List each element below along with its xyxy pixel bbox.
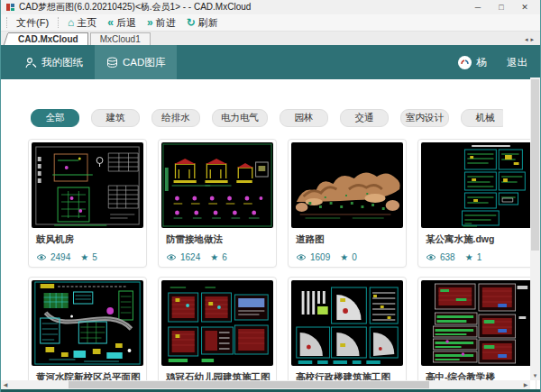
views-eye-icon [166, 253, 177, 261]
maximize-button[interactable]: □ [490, 0, 513, 14]
star-icon: ★ [340, 252, 348, 262]
star-icon: ★ [465, 252, 473, 262]
drawing-card[interactable]: 鸡冠石幼儿园建筑施工图 1219 ★ 1 [158, 277, 277, 392]
thumbnail-road-map [291, 142, 403, 228]
category-mechanical[interactable]: 机械 [461, 109, 503, 127]
my-drawings-button[interactable]: 我的图纸 [14, 45, 95, 79]
drawing-grid: 鼓风机房 2494 ★ 5 [1, 139, 540, 392]
library-content: 全部 建筑 给排水 电力电气 园林 交通 室内设计 机械 服装 市政 [1, 109, 540, 392]
scroll-right-arrow[interactable]: ▶ [521, 380, 530, 389]
drawing-stats: 1609 ★ 0 [291, 246, 403, 262]
file-menu[interactable]: 文件(F) [11, 16, 54, 30]
thumbnail-school-building [421, 280, 533, 366]
stars-count: 0 [352, 252, 357, 262]
thumbnail-kindergarten-plans [161, 280, 273, 366]
thumbnail-campus-site-plan [32, 280, 143, 366]
category-landscape[interactable]: 园林 [280, 109, 328, 127]
home-button[interactable]: ⌂ 主页 [62, 14, 102, 31]
vertical-scrollbar[interactable]: ▼ [530, 77, 540, 380]
vertical-scrollbar-thumb[interactable] [531, 79, 539, 251]
app-header: 我的图纸 CAD图库 杨 退出 [1, 45, 540, 79]
tab-scroll-arrows[interactable]: ◂▸ [525, 36, 536, 43]
back-icon: « [107, 17, 114, 28]
thumbnail-apartment-plumbing [421, 142, 533, 228]
category-plumbing[interactable]: 给排水 [151, 109, 200, 127]
back-button[interactable]: « 后退 [102, 14, 142, 31]
drawing-card[interactable]: 高中-综合教学楼 519 ★ 0 [417, 277, 536, 392]
views-count: 1624 [180, 252, 200, 262]
views-eye-icon [36, 253, 47, 261]
drawing-title: 某公寓水施.dwg [421, 228, 533, 246]
username-label[interactable]: 杨 [477, 56, 488, 69]
forward-icon: » [147, 17, 153, 28]
drawing-stats: 1624 ★ 6 [161, 246, 273, 262]
stars-count: 5 [92, 252, 97, 262]
horizontal-scrollbar[interactable]: ◀ ▶ [1, 380, 530, 389]
refresh-button[interactable]: ↻ 刷新 [181, 14, 224, 31]
stars-count: 6 [222, 252, 227, 262]
drawing-card[interactable]: 鼓风机房 2494 ★ 5 [28, 139, 147, 268]
app-window: { "window": { "title": "CAD梦想画图(6.0.2021… [0, 0, 541, 392]
app-logo-icon [6, 3, 15, 12]
views-count: 638 [440, 252, 455, 262]
refresh-icon: ↻ [187, 17, 196, 28]
drawing-stats: 638 ★ 1 [421, 246, 533, 262]
scroll-left-arrow[interactable]: ◀ [1, 380, 10, 389]
library-stack-icon [106, 57, 118, 68]
tab-cad-mxcloud[interactable]: CAD.MxCloud [8, 32, 88, 45]
scroll-down-arrow[interactable]: ▼ [530, 371, 540, 380]
logout-button[interactable]: 退出 [507, 56, 527, 69]
drawing-title: 鼓风机房 [32, 228, 143, 246]
star-icon: ★ [80, 252, 88, 262]
avatar-logo-icon [460, 58, 470, 68]
drawing-card[interactable]: 某公寓水施.dwg 638 ★ 1 [417, 139, 536, 268]
views-eye-icon [296, 253, 307, 261]
my-drawings-label: 我的图纸 [41, 56, 83, 69]
user-avatar[interactable] [458, 56, 472, 69]
drawing-card[interactable]: 黄河水院新校区总平面图 685 ★ 2 [28, 277, 147, 392]
drawing-card[interactable]: 道路图 1609 ★ 0 [288, 139, 407, 268]
horizontal-scrollbar-thumb[interactable] [69, 381, 429, 388]
drawing-stats: 2494 ★ 5 [32, 246, 143, 262]
thumbnail-lightning-protection [161, 142, 273, 228]
cad-library-label: CAD图库 [123, 56, 165, 69]
minimize-button[interactable]: ─ [466, 0, 490, 14]
views-count: 2494 [50, 252, 70, 262]
window-title: CAD梦想画图(6.0.20210425)<杨.会员1> - - CAD.MxC… [19, 1, 251, 14]
refresh-label: 刷新 [198, 16, 218, 30]
person-search-icon [25, 57, 37, 68]
category-architecture[interactable]: 建筑 [91, 109, 140, 127]
tab-bar: CAD.MxCloud MxCloud1 ◂▸ [1, 32, 540, 45]
toolbar-grip [58, 17, 59, 28]
home-icon: ⌂ [68, 17, 74, 28]
forward-label: 前进 [156, 16, 176, 30]
thumbnail-admin-building-plans [291, 280, 403, 366]
star-icon: ★ [210, 252, 218, 262]
views-count: 1609 [310, 252, 330, 262]
toolbar: 文件(F) ⌂ 主页 « 后退 » 前进 ↻ 刷新 [1, 14, 540, 32]
back-label: 后退 [116, 16, 136, 30]
forward-button[interactable]: » 前进 [142, 14, 181, 31]
toolbar-grip [6, 17, 7, 28]
cad-library-button[interactable]: CAD图库 [95, 45, 177, 79]
drawing-card[interactable]: 防雷接地做法 1624 ★ 6 [158, 139, 277, 268]
category-electrical[interactable]: 电力电气 [212, 109, 268, 127]
category-filter-bar: 全部 建筑 给排水 电力电气 园林 交通 室内设计 机械 服装 市政 [1, 109, 503, 127]
drawing-title: 道路图 [291, 228, 403, 246]
category-all[interactable]: 全部 [31, 109, 79, 127]
category-interior[interactable]: 室内设计 [400, 109, 449, 127]
tab-mxcloud1[interactable]: MxCloud1 [90, 32, 151, 45]
drawing-title: 防雷接地做法 [161, 228, 273, 246]
drawing-card[interactable]: 高校行政楼建筑施工图 741 ★ 0 [288, 277, 407, 392]
close-button[interactable]: ✕ [513, 0, 536, 14]
category-transport[interactable]: 交通 [340, 109, 389, 127]
home-label: 主页 [77, 16, 96, 30]
thumbnail-blower-room [32, 142, 143, 228]
stars-count: 1 [477, 252, 482, 262]
titlebar: CAD梦想画图(6.0.20210425)<杨.会员1> - - CAD.MxC… [1, 0, 540, 14]
views-eye-icon [426, 253, 436, 261]
